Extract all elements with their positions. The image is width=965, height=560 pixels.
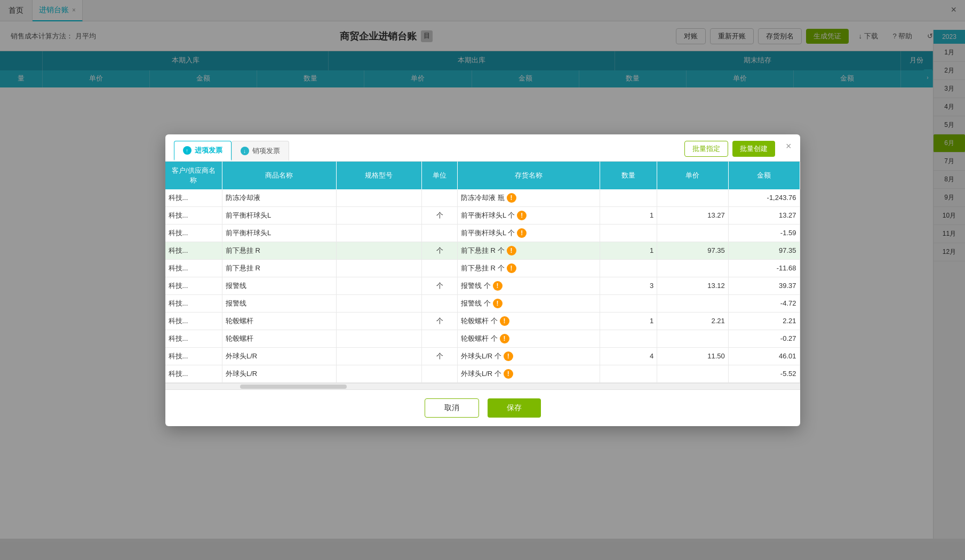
table-cell: 科技... (165, 189, 222, 207)
table-cell (422, 189, 458, 207)
tab-purchase-label: 进项发票 (195, 146, 222, 155)
table-cell: 39.37 (728, 277, 800, 294)
table-cell: 防冻冷却液 (222, 189, 336, 207)
tab-sales-invoice[interactable]: ↓ 销项发票 (232, 141, 289, 161)
table-cell: 科技... (165, 206, 222, 224)
save-button[interactable]: 保存 (488, 398, 541, 418)
table-row: 科技...外球头L/R外球头L/R 个!-5.52 (165, 365, 800, 382)
table-cell: 报警线 (222, 277, 336, 294)
table-cell (600, 189, 657, 207)
table-cell (336, 294, 421, 312)
modal-overlay: ↑ 进项发票 ↓ 销项发票 批量指定 批量创建 × 客户/供应商名称 (0, 0, 965, 560)
batch-create-button[interactable]: 批量创建 (732, 141, 775, 157)
tab-sales-label: 销项发票 (252, 146, 280, 156)
inventory-cell: 前平衡杆球头L 个! (458, 225, 600, 242)
table-cell (657, 365, 729, 382)
warning-icon[interactable]: ! (500, 334, 509, 343)
inventory-cell: 轮毂螺杆 个! (458, 330, 600, 347)
col-product: 商品名称 (222, 162, 336, 189)
table-cell (657, 224, 729, 242)
table-cell: 报警线 (222, 294, 336, 312)
modal-table: 客户/供应商名称 商品名称 规格型号 单位 存货名称 数量 单价 金额 科技..… (165, 162, 800, 383)
inventory-cell: 防冻冷却液 瓶! (458, 189, 600, 206)
table-cell (600, 294, 657, 312)
table-cell (657, 259, 729, 277)
table-cell: 前下悬挂 R (222, 259, 336, 277)
table-cell: 科技... (165, 365, 222, 382)
inventory-cell: 报警线 个! (458, 295, 600, 312)
scrollbar-thumb[interactable] (240, 385, 347, 389)
modal-horizontal-scrollbar[interactable] (165, 383, 800, 389)
sales-tab-icon: ↓ (241, 147, 249, 155)
table-cell (336, 224, 421, 242)
table-cell: -4.72 (728, 294, 800, 312)
table-row: 科技...防冻冷却液防冻冷却液 瓶!-1,243.76 (165, 189, 800, 207)
table-cell: -1,243.76 (728, 189, 800, 207)
col-unit: 单位 (422, 162, 458, 189)
inventory-cell: 轮毂螺杆 个! (458, 313, 600, 330)
table-cell (600, 259, 657, 277)
inventory-cell: 报警线 个! (458, 277, 600, 294)
warning-icon[interactable]: ! (500, 316, 509, 326)
warning-icon[interactable]: ! (517, 211, 527, 220)
warning-icon[interactable]: ! (504, 369, 513, 379)
table-cell (336, 347, 421, 365)
inventory-cell: 前下悬挂 R 个! (458, 260, 600, 277)
table-row: 科技...前下悬挂 R个前下悬挂 R 个!197.3597.35 (165, 242, 800, 259)
table-cell: -1.59 (728, 224, 800, 242)
warning-icon[interactable]: ! (507, 193, 516, 203)
col-spec: 规格型号 (336, 162, 421, 189)
tab-purchase-invoice[interactable]: ↑ 进项发票 (174, 141, 232, 161)
warning-icon[interactable]: ! (507, 263, 516, 273)
table-cell: 科技... (165, 259, 222, 277)
table-cell (657, 330, 729, 347)
table-cell (336, 206, 421, 224)
table-cell: 1 (600, 312, 657, 330)
table-cell: 1 (600, 206, 657, 224)
table-cell: 13.27 (728, 206, 800, 224)
table-cell (336, 277, 421, 294)
warning-icon[interactable]: ! (493, 281, 503, 291)
table-cell: 轮毂螺杆 (222, 312, 336, 330)
table-cell (336, 242, 421, 259)
table-cell (600, 365, 657, 382)
purchase-tab-icon: ↑ (183, 146, 192, 155)
table-cell: 3 (600, 277, 657, 294)
inventory-cell: 外球头L/R 个! (458, 365, 600, 382)
warning-icon[interactable]: ! (493, 299, 503, 308)
col-amount: 金额 (728, 162, 800, 189)
table-cell: 外球头L/R (222, 365, 336, 382)
table-cell: 13.12 (657, 277, 729, 294)
table-cell: 科技... (165, 330, 222, 347)
table-cell: 轮毂螺杆 (222, 330, 336, 347)
table-row: 科技...轮毂螺杆个轮毂螺杆 个!12.212.21 (165, 312, 800, 330)
modal-close-icon[interactable]: × (786, 141, 792, 157)
batch-assign-button[interactable]: 批量指定 (684, 141, 728, 157)
col-quantity: 数量 (600, 162, 657, 189)
table-cell (336, 189, 421, 207)
table-cell: 个 (422, 347, 458, 365)
table-cell: 前平衡杆球头L (222, 224, 336, 242)
table-row: 科技...前平衡杆球头L前平衡杆球头L 个!-1.59 (165, 224, 800, 242)
table-cell: 个 (422, 277, 458, 294)
col-unit-price: 单价 (657, 162, 729, 189)
table-cell: 科技... (165, 242, 222, 259)
table-cell (422, 330, 458, 347)
modal-footer: 取消 保存 (165, 389, 800, 426)
warning-icon[interactable]: ! (504, 351, 513, 361)
table-cell: 科技... (165, 312, 222, 330)
table-cell (422, 259, 458, 277)
table-cell: 1 (600, 242, 657, 259)
cancel-button[interactable]: 取消 (425, 398, 479, 418)
table-cell (657, 294, 729, 312)
table-cell: 2.21 (728, 312, 800, 330)
warning-icon[interactable]: ! (507, 246, 516, 255)
table-cell: 2.21 (657, 312, 729, 330)
modal-tabs: ↑ 进项发票 ↓ 销项发票 (174, 141, 289, 161)
table-row: 科技...前下悬挂 R前下悬挂 R 个!-11.68 (165, 259, 800, 277)
table-row: 科技...前平衡杆球头L个前平衡杆球头L 个!113.2713.27 (165, 206, 800, 224)
modal-header-actions: 批量指定 批量创建 × (684, 141, 792, 161)
warning-icon[interactable]: ! (517, 228, 527, 238)
table-cell (600, 330, 657, 347)
table-cell: 科技... (165, 294, 222, 312)
